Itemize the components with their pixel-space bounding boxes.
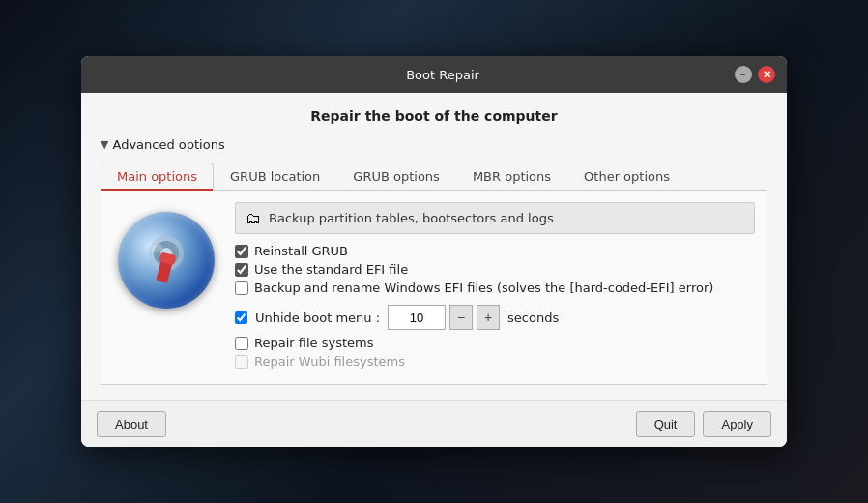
reinstall-grub-checkbox[interactable] <box>235 245 248 258</box>
checkbox-group-1: Reinstall GRUB Use the standard EFI file… <box>235 244 755 295</box>
bottom-left: About <box>97 411 166 437</box>
backup-text: Backup partition tables, bootsectors and… <box>269 211 554 225</box>
spinner-decrement[interactable]: − <box>449 305 473 330</box>
logo-circle <box>118 212 215 309</box>
tab-mbr-options[interactable]: MBR options <box>456 163 567 191</box>
backup-windows-checkbox[interactable] <box>235 281 248 295</box>
titlebar-controls: − ✕ <box>735 66 775 83</box>
checkbox-row-reinstall: Reinstall GRUB <box>235 244 755 258</box>
minimize-button[interactable]: − <box>735 66 752 83</box>
checkbox-row-repair-wubi: Repair Wubi filesystems <box>235 354 755 369</box>
standard-efi-label: Use the standard EFI file <box>254 262 408 277</box>
spinner-increment[interactable]: + <box>477 305 500 330</box>
repair-filesystems-label: Repair file systems <box>254 336 373 350</box>
window-title: Boot Repair <box>151 68 735 82</box>
arrow-icon: ▼ <box>101 138 108 151</box>
boot-repair-window: Boot Repair − ✕ Repair the boot of the c… <box>81 56 787 447</box>
quit-button[interactable]: Quit <box>636 411 696 437</box>
apply-button[interactable]: Apply <box>703 411 771 437</box>
checkbox-row-backup-windows: Backup and rename Windows EFI files (sol… <box>235 281 755 295</box>
tab-other-options[interactable]: Other options <box>567 163 686 191</box>
tab-main-options[interactable]: Main options <box>101 163 214 191</box>
options-panel: 🗂 Backup partition tables, bootsectors a… <box>235 202 755 372</box>
backup-row: 🗂 Backup partition tables, bootsectors a… <box>235 202 755 234</box>
tabs-bar: Main options GRUB location GRUB options … <box>101 162 767 191</box>
folder-icon: 🗂 <box>246 209 261 227</box>
page-title: Repair the boot of the computer <box>101 108 767 124</box>
standard-efi-checkbox[interactable] <box>235 263 248 277</box>
tab-grub-options[interactable]: GRUB options <box>336 163 456 191</box>
tab-inner: 🗂 Backup partition tables, bootsectors a… <box>113 202 755 372</box>
logo-svg <box>132 226 200 294</box>
advanced-options-label: Advanced options <box>112 137 224 152</box>
reinstall-grub-label: Reinstall GRUB <box>254 244 348 258</box>
spinner-input[interactable] <box>388 305 446 330</box>
close-button[interactable]: ✕ <box>758 66 775 83</box>
main-content: Repair the boot of the computer ▼ Advanc… <box>81 93 787 400</box>
checkbox-row-standard-efi: Use the standard EFI file <box>235 262 755 277</box>
about-button[interactable]: About <box>97 411 166 437</box>
unhide-boot-label: Unhide boot menu : <box>255 311 380 325</box>
backup-windows-label: Backup and rename Windows EFI files (sol… <box>254 281 713 295</box>
repair-wubi-label: Repair Wubi filesystems <box>254 354 405 369</box>
seconds-label: seconds <box>507 311 559 325</box>
bottom-bar: About Quit Apply <box>81 400 787 447</box>
checkbox-row-repair-fs: Repair file systems <box>235 336 755 350</box>
logo-area <box>113 202 219 372</box>
advanced-options-toggle[interactable]: ▼ Advanced options <box>101 137 767 152</box>
tab-grub-location[interactable]: GRUB location <box>214 163 336 191</box>
bottom-right: Quit Apply <box>636 411 771 437</box>
unhide-boot-checkbox[interactable] <box>235 311 247 324</box>
tab-content: 🗂 Backup partition tables, bootsectors a… <box>101 191 767 385</box>
unhide-boot-row: Unhide boot menu : − + seconds <box>235 305 755 330</box>
spinner: − + <box>388 305 500 330</box>
repair-wubi-checkbox[interactable] <box>235 355 248 369</box>
repair-filesystems-checkbox[interactable] <box>235 337 248 350</box>
titlebar: Boot Repair − ✕ <box>81 56 787 93</box>
